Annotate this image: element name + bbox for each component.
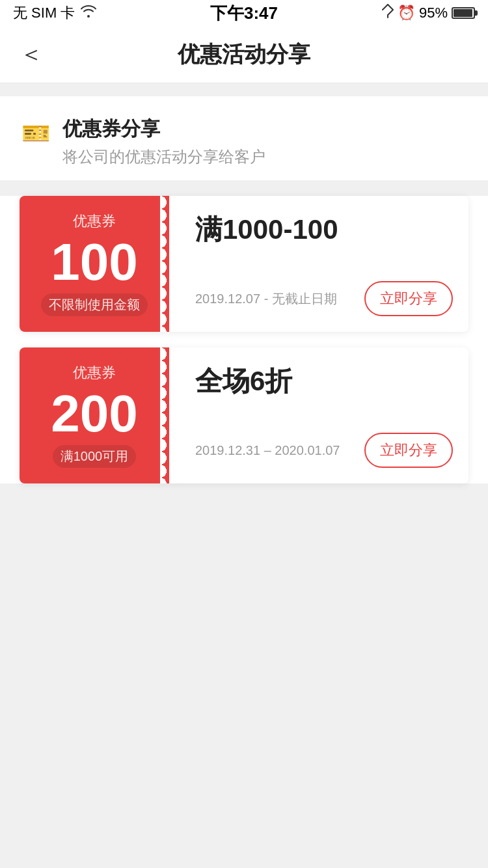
coupon-list: 优惠券 100 不限制使用金额 满1000-100 2019.12.07 - 无… bbox=[0, 196, 488, 483]
location-icon bbox=[382, 4, 394, 22]
battery-percentage: 95% bbox=[419, 5, 448, 21]
coupon-left-2: 优惠券 200 满1000可用 bbox=[20, 347, 169, 483]
status-right: ⏰ 95% bbox=[382, 4, 475, 22]
alarm-icon: ⏰ bbox=[398, 5, 415, 21]
section-icon: 🎫 bbox=[20, 117, 52, 150]
section-title: 优惠券分享 bbox=[62, 116, 265, 142]
coupon-label-1: 优惠券 bbox=[73, 211, 116, 231]
battery-icon bbox=[452, 7, 475, 19]
coupon-left-1: 优惠券 100 不限制使用金额 bbox=[20, 196, 169, 332]
coupon-amount-1: 100 bbox=[51, 236, 137, 288]
coupon-condition-1: 不限制使用金额 bbox=[41, 293, 148, 316]
coupon-title-2: 全场6折 bbox=[195, 363, 453, 400]
coupon-date-2: 2019.12.31 – 2020.01.07 bbox=[195, 443, 340, 458]
coupon-condition-2: 满1000可用 bbox=[53, 445, 137, 468]
coupon-right-1: 满1000-100 2019.12.07 - 无截止日期 立即分享 bbox=[169, 196, 468, 332]
back-button[interactable]: ＜ bbox=[20, 38, 43, 70]
coupon-item: 优惠券 100 不限制使用金额 满1000-100 2019.12.07 - 无… bbox=[20, 196, 468, 332]
status-left: 无 SIM 卡 bbox=[13, 3, 97, 23]
coupon-right-2: 全场6折 2019.12.31 – 2020.01.07 立即分享 bbox=[169, 347, 468, 483]
coupon-title-1: 满1000-100 bbox=[195, 211, 453, 248]
coupon-bottom-row-1: 2019.12.07 - 无截止日期 立即分享 bbox=[195, 281, 453, 316]
coupon-bottom-row-2: 2019.12.31 – 2020.01.07 立即分享 bbox=[195, 433, 453, 468]
carrier-text: 无 SIM 卡 bbox=[13, 3, 75, 23]
coupon-date-1: 2019.12.07 - 无截止日期 bbox=[195, 290, 337, 308]
coupon-item-2: 优惠券 200 满1000可用 全场6折 2019.12.31 – 2020.0… bbox=[20, 347, 468, 483]
gray-area bbox=[0, 499, 488, 824]
page-title: 优惠活动分享 bbox=[178, 40, 310, 70]
section-text-block: 优惠券分享 将公司的优惠活动分享给客户 bbox=[62, 116, 265, 167]
share-button-2[interactable]: 立即分享 bbox=[364, 433, 453, 468]
status-time: 下午3:47 bbox=[210, 2, 278, 25]
wifi-icon bbox=[80, 5, 97, 21]
coupon-amount-2: 200 bbox=[51, 388, 137, 440]
share-button-1[interactable]: 立即分享 bbox=[364, 281, 453, 316]
status-bar: 无 SIM 卡 下午3:47 ⏰ 95% bbox=[0, 0, 488, 26]
section-desc: 将公司的优惠活动分享给客户 bbox=[62, 146, 265, 167]
coupon-label-2: 优惠券 bbox=[73, 363, 116, 383]
nav-bar: ＜ 优惠活动分享 bbox=[0, 26, 488, 83]
section-header: 🎫 优惠券分享 将公司的优惠活动分享给客户 bbox=[0, 96, 488, 180]
